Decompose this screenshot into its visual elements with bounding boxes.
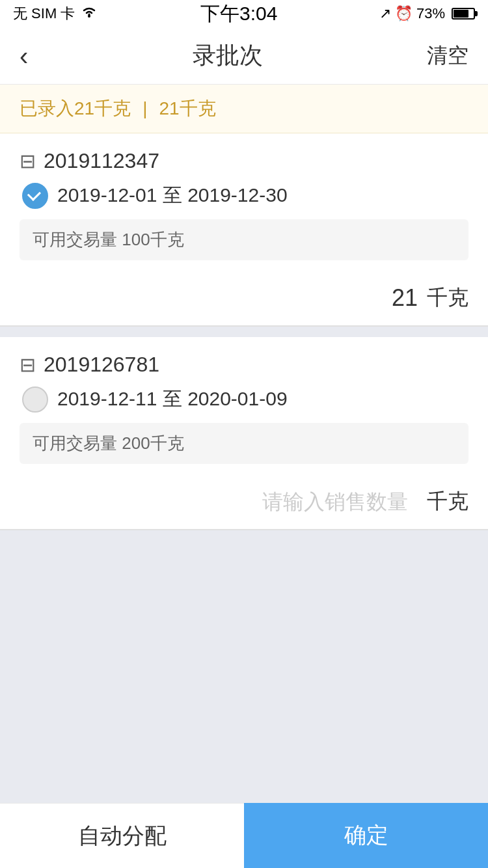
auto-distribute-button[interactable]: 自动分配 — [0, 803, 244, 868]
batch-icon-1: ⊟ — [20, 150, 36, 172]
batch-header-2: ⊟ 2019126781 — [20, 353, 468, 377]
section-divider — [0, 327, 488, 337]
batch-date-1: 2019-12-01 至 2019-12-30 — [57, 182, 288, 209]
batch-icon-2: ⊟ — [20, 353, 36, 376]
batch-radio-2[interactable] — [22, 387, 48, 413]
batch-input-unit-2: 千克 — [427, 487, 468, 516]
status-left: 无 SIM 卡 — [13, 4, 98, 23]
batch-date-row-2: 2019-12-11 至 2020-01-09 — [20, 386, 468, 413]
bottom-bar: 自动分配 确定 — [0, 803, 488, 868]
batch-radio-1[interactable] — [22, 183, 48, 209]
batch-qty-row-1: 21 千克 — [0, 271, 488, 327]
confirm-button[interactable]: 确定 — [244, 803, 488, 868]
status-right: ↗ ⏰ 73% — [379, 5, 475, 22]
battery-icon — [452, 8, 475, 20]
no-sim-text: 无 SIM 卡 — [13, 4, 75, 23]
back-button[interactable]: ‹ — [20, 43, 28, 69]
nav-bar: ‹ 录批次 清空 — [0, 27, 488, 85]
page-title: 录批次 — [193, 40, 263, 72]
batch-qty-input-2[interactable] — [20, 490, 418, 514]
banner-value: 21千克 — [159, 96, 215, 121]
batch-qty-unit-1: 千克 — [427, 284, 468, 312]
batch-availability-2: 可用交易量 200千克 — [20, 423, 468, 464]
batch-card-1: ⊟ 2019112347 2019-12-01 至 2019-12-30 可用交… — [0, 133, 488, 327]
status-time: 下午3:04 — [200, 1, 277, 27]
alarm-icon: ⏰ — [395, 5, 413, 22]
wifi-icon — [80, 5, 98, 22]
empty-area — [0, 530, 488, 830]
banner-divider: | — [142, 98, 147, 119]
location-icon: ↗ — [379, 5, 391, 22]
batch-id-1: 2019112347 — [44, 149, 159, 173]
batch-qty-value-1: 21 — [392, 284, 418, 312]
info-banner: 已录入21千克 | 21千克 — [0, 85, 488, 133]
batch-id-2: 2019126781 — [44, 353, 159, 377]
clear-button[interactable]: 清空 — [427, 42, 468, 70]
recorded-label: 已录入21千克 — [20, 96, 131, 121]
batch-header-1: ⊟ 2019112347 — [20, 149, 468, 173]
batch-item-1: ⊟ 2019112347 2019-12-01 至 2019-12-30 可用交… — [0, 133, 488, 260]
batch-availability-1: 可用交易量 100千克 — [20, 219, 468, 260]
svg-point-0 — [88, 15, 90, 18]
status-bar: 无 SIM 卡 下午3:04 ↗ ⏰ 73% — [0, 0, 488, 27]
batch-card-2: ⊟ 2019126781 2019-12-11 至 2020-01-09 可用交… — [0, 337, 488, 530]
batch-date-row-1: 2019-12-01 至 2019-12-30 — [20, 182, 468, 209]
batch-date-2: 2019-12-11 至 2020-01-09 — [57, 386, 288, 413]
battery-percent: 73% — [416, 5, 445, 22]
batch-item-2: ⊟ 2019126781 2019-12-11 至 2020-01-09 可用交… — [0, 337, 488, 464]
batch-input-qty-row-2: 千克 — [0, 474, 488, 530]
